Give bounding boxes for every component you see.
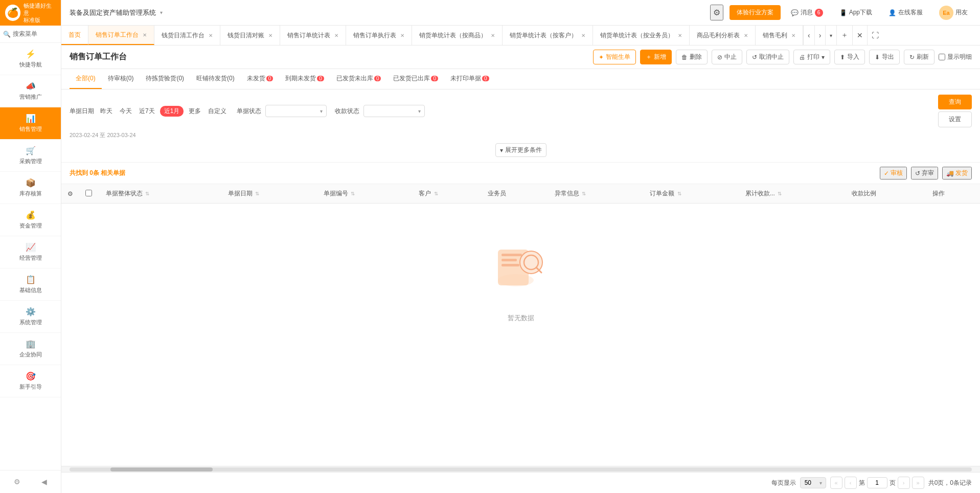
settings-btn[interactable]: ⚙ <box>710 5 723 20</box>
filter-tab-all[interactable]: 全部(0) <box>70 69 102 89</box>
filter-tab-pending-inspect[interactable]: 待拣货验货(0) <box>140 69 190 89</box>
th-amount[interactable]: 订单金额 ⇅ <box>644 184 739 204</box>
delete-btn[interactable]: 🗑 删除 <box>676 50 708 64</box>
tab-close-sales-exec[interactable]: ✕ <box>400 33 404 38</box>
refresh-btn[interactable]: ↻ 刷新 <box>904 50 935 64</box>
tab-next-btn[interactable]: › <box>814 26 826 45</box>
page-size-select[interactable]: 50 20 100 <box>800 477 826 488</box>
sidebar-item-purchase[interactable]: 🛒 采购管理 <box>0 140 61 172</box>
sidebar-item-sales[interactable]: 📊 销售管理 <box>0 107 61 140</box>
tab-fullscreen-btn[interactable]: ⛶ <box>867 26 883 45</box>
tab-close-sales-profit[interactable]: ✕ <box>791 33 795 38</box>
approve-btn[interactable]: ✓ 审核 <box>880 167 907 180</box>
sidebar-item-finance[interactable]: 💰 资金管理 <box>0 204 61 236</box>
smart-create-btn[interactable]: ✦ 智能生单 <box>593 50 636 64</box>
th-abnormal[interactable]: 异常信息 ⇅ <box>549 184 644 204</box>
sidebar-item-marketing[interactable]: 📣 营销推广 <box>0 75 61 107</box>
ship-btn[interactable]: 🚚 发货 <box>942 167 972 180</box>
tab-close-cash-account[interactable]: ✕ <box>268 33 272 38</box>
tab-close-sales-staff[interactable]: ✕ <box>678 33 682 38</box>
tab-sales-workbench[interactable]: 销售订单工作台 ✕ <box>88 26 154 45</box>
system-dropdown-icon[interactable]: ▾ <box>160 10 163 15</box>
tab-gross-profit[interactable]: 商品毛利分析表 ✕ <box>690 26 756 45</box>
page-next-btn[interactable]: › <box>898 477 910 489</box>
date-opt-today[interactable]: 今天 <box>118 106 134 117</box>
sidebar-item-basic[interactable]: 📋 基础信息 <box>0 268 61 301</box>
unapprove-btn[interactable]: ↺ 弃审 <box>911 167 938 180</box>
sidebar-item-inventory[interactable]: 📦 库存核算 <box>0 172 61 204</box>
stop-btn[interactable]: ⊘ 中止 <box>712 50 742 64</box>
show-detail-checkbox[interactable] <box>939 54 945 60</box>
show-detail-label[interactable]: 显示明细 <box>939 53 972 61</box>
import-btn[interactable]: ⬆ 导入 <box>834 50 865 64</box>
scrollbar-thumb[interactable] <box>110 467 213 472</box>
filter-tab-shipped-no-out[interactable]: 已发货未出库0 <box>330 69 388 89</box>
tab-close-all-btn[interactable]: ✕ <box>852 26 867 45</box>
message-btn[interactable]: 💬 消息 6 <box>787 6 827 19</box>
page-input[interactable] <box>867 477 887 488</box>
tab-more-btn[interactable]: ▾ <box>825 26 836 45</box>
tab-sales-customer[interactable]: 销货单统计表（按客户） ✕ <box>503 26 593 45</box>
th-collected[interactable]: 累计收款... ⇅ <box>739 184 846 204</box>
date-opt-custom[interactable]: 自定义 <box>206 106 229 117</box>
filter-tab-shipped-out[interactable]: 已发货已出库0 <box>387 69 444 89</box>
tab-close-sales-customer[interactable]: ✕ <box>581 33 585 38</box>
filter-tab-not-shipped[interactable]: 未发货0 <box>241 69 280 89</box>
sidebar-item-company[interactable]: 🏢 企业协同 <box>0 333 61 365</box>
expand-btn[interactable]: ▾ 展开更多条件 <box>495 143 546 157</box>
tab-close-gross-profit[interactable]: ✕ <box>744 33 748 38</box>
sidebar-settings-btn[interactable]: ⚙ <box>12 476 22 488</box>
sidebar-item-system[interactable]: ⚙️ 系统管理 <box>0 301 61 333</box>
th-staff[interactable]: 业务员 <box>482 184 549 204</box>
th-customer[interactable]: 客户 ⇅ <box>413 184 481 204</box>
th-checkbox[interactable] <box>79 184 100 204</box>
tab-sales-staff[interactable]: 销货单统计表（按业务员） ✕ <box>593 26 690 45</box>
tab-close-cash-daily[interactable]: ✕ <box>209 33 213 38</box>
tab-sales-exec[interactable]: 销售订单执行表 ✕ <box>346 26 412 45</box>
th-status[interactable]: 单据整体状态 ⇅ <box>100 184 222 204</box>
tab-close-sales-product[interactable]: ✕ <box>491 33 495 38</box>
tab-cash-daily[interactable]: 钱货日清工作台 ✕ <box>154 26 220 45</box>
page-prev-btn[interactable]: ‹ <box>845 477 857 489</box>
status-select[interactable] <box>265 105 327 117</box>
date-opt-yesterday[interactable]: 昨天 <box>98 106 115 117</box>
th-number[interactable]: 单据编号 ⇅ <box>317 184 413 204</box>
query-btn[interactable]: 查询 <box>938 95 972 109</box>
sidebar-collapse-btn[interactable]: ◀ <box>39 476 49 488</box>
print-btn[interactable]: 🖨 打印 ▾ <box>793 50 830 64</box>
date-opt-more[interactable]: 更多 <box>187 106 203 117</box>
tab-close-sales-stats[interactable]: ✕ <box>334 33 338 38</box>
user-btn[interactable]: Ea 用友 <box>935 4 972 22</box>
experience-btn[interactable]: 体验行业方案 <box>730 5 781 20</box>
filter-tab-wangpu-ship[interactable]: 旺铺待发货(0) <box>190 69 241 89</box>
date-opt-7days[interactable]: 近7天 <box>137 106 157 117</box>
tab-close-sales-workbench[interactable]: ✕ <box>143 32 147 38</box>
search-menu[interactable]: 🔍 搜索菜单 <box>0 26 61 43</box>
cancel-stop-btn[interactable]: ↺ 取消中止 <box>746 50 789 64</box>
th-date[interactable]: 单据日期 ⇅ <box>222 184 317 204</box>
filter-tab-pending[interactable]: 待审核(0) <box>102 69 140 89</box>
tab-sales-product[interactable]: 销货单统计表（按商品） ✕ <box>412 26 503 45</box>
page-first-btn[interactable]: « <box>830 477 842 489</box>
th-settings[interactable]: ⚙ <box>61 184 79 204</box>
tab-cash-account[interactable]: 钱货日清对账 ✕ <box>220 26 280 45</box>
tab-prev-btn[interactable]: ‹ <box>803 26 814 45</box>
tab-home[interactable]: 首页 <box>61 26 88 45</box>
tab-sales-profit[interactable]: 销售毛利 ✕ <box>756 26 803 45</box>
set-btn[interactable]: 设置 <box>938 111 972 127</box>
select-all-checkbox[interactable] <box>85 190 92 196</box>
online-service-btn[interactable]: 👤 在线客服 <box>884 6 927 19</box>
payment-select[interactable] <box>363 105 425 117</box>
date-opt-1month[interactable]: 近1月 <box>160 106 184 117</box>
sidebar-item-quick-nav[interactable]: ⚡ 快捷导航 <box>0 43 61 75</box>
filter-tab-not-printed[interactable]: 未打印单据0 <box>444 69 495 89</box>
tab-sales-stats[interactable]: 销售订单统计表 ✕ <box>280 26 346 45</box>
export-btn[interactable]: ⬇ 导出 <box>869 50 900 64</box>
add-btn[interactable]: ＋ 新增 <box>640 50 672 64</box>
page-last-btn[interactable]: » <box>912 477 924 489</box>
sidebar-item-operations[interactable]: 📈 经营管理 <box>0 236 61 268</box>
filter-tab-expired-ship[interactable]: 到期未发货0 <box>279 69 330 89</box>
app-download-btn[interactable]: 📱 App下载 <box>835 6 876 19</box>
tab-new-btn[interactable]: ＋ <box>836 26 852 45</box>
sidebar-item-guide[interactable]: 🎯 新手引导 <box>0 365 61 397</box>
